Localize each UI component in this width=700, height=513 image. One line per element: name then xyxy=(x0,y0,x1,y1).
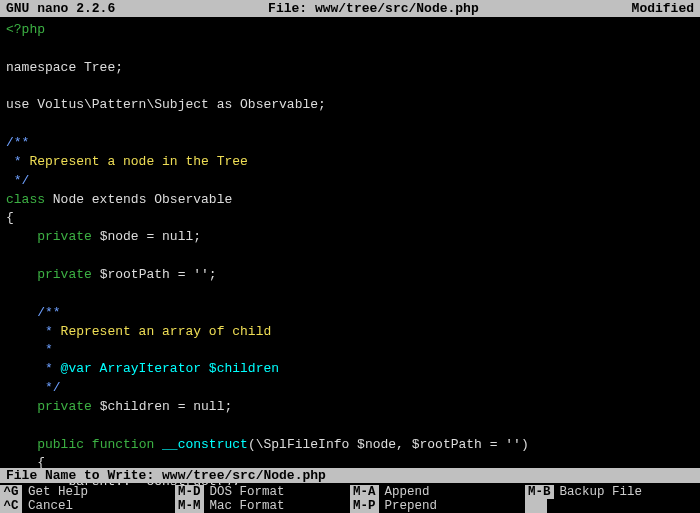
shortcut-bar: ^GGet HelpM-DDOS FormatM-AAppendM-BBacku… xyxy=(0,485,700,513)
code-token: namespace Tree; xyxy=(6,60,123,75)
code-token: Represent an array of child xyxy=(61,324,272,339)
shortcut-item[interactable]: M-DDOS Format xyxy=(175,485,350,499)
code-line: private $children = null; xyxy=(6,398,694,417)
shortcut-label: DOS Format xyxy=(204,485,350,499)
code-line xyxy=(6,247,694,266)
code-line: * @var ArrayIterator $children xyxy=(6,360,694,379)
shortcut-item[interactable] xyxy=(525,499,700,513)
shortcut-key xyxy=(525,499,547,513)
shortcut-key: ^C xyxy=(0,499,22,513)
code-token: (\SplFileInfo $node, $rootPath = '') xyxy=(248,437,529,452)
code-token: * xyxy=(6,361,61,376)
editor-area[interactable]: <?php namespace Tree; use Voltus\Pattern… xyxy=(0,17,700,513)
shortcut-item[interactable]: ^GGet Help xyxy=(0,485,175,499)
file-label: File: www/tree/src/Node.php xyxy=(268,1,479,16)
code-line: /** xyxy=(6,134,694,153)
code-line: */ xyxy=(6,172,694,191)
code-token xyxy=(6,267,37,282)
filename-input[interactable] xyxy=(162,468,644,483)
shortcut-key: ^G xyxy=(0,485,22,499)
shortcut-label: Prepend xyxy=(379,499,525,513)
code-token: */ xyxy=(6,173,29,188)
save-prompt: File Name to Write: xyxy=(0,468,700,483)
shortcut-item[interactable]: ^CCancel xyxy=(0,499,175,513)
title-bar: GNU nano 2.2.6 File: www/tree/src/Node.p… xyxy=(0,0,700,17)
code-line xyxy=(6,285,694,304)
code-token: $children = null; xyxy=(92,399,232,414)
code-token: <?php xyxy=(6,22,45,37)
shortcut-item[interactable]: M-BBackup File xyxy=(525,485,700,499)
code-token: * xyxy=(6,154,29,169)
code-token: public function xyxy=(37,437,154,452)
code-line: private $rootPath = ''; xyxy=(6,266,694,285)
code-line xyxy=(6,417,694,436)
code-line: * Represent an array of child xyxy=(6,323,694,342)
code-token: { xyxy=(6,210,14,225)
shortcut-key: M-D xyxy=(175,485,204,499)
app-name: GNU nano 2.2.6 xyxy=(6,1,115,16)
code-token: $node = null; xyxy=(92,229,201,244)
shortcut-item[interactable]: M-MMac Format xyxy=(175,499,350,513)
code-line: namespace Tree; xyxy=(6,59,694,78)
shortcut-key: M-A xyxy=(350,485,379,499)
code-token: private xyxy=(37,229,92,244)
shortcut-item[interactable]: M-PPrepend xyxy=(350,499,525,513)
code-token: class xyxy=(6,192,45,207)
code-token: /** xyxy=(6,305,61,320)
code-token: Represent a node in the Tree xyxy=(29,154,247,169)
shortcut-label: Mac Format xyxy=(204,499,350,513)
shortcut-item[interactable]: M-AAppend xyxy=(350,485,525,499)
code-line: /** xyxy=(6,304,694,323)
code-line: * xyxy=(6,341,694,360)
code-line: * Represent a node in the Tree xyxy=(6,153,694,172)
code-line: */ xyxy=(6,379,694,398)
code-line xyxy=(6,115,694,134)
code-token: use Voltus\Pattern\Subject as Observable… xyxy=(6,97,326,112)
code-line: public function __construct(\SplFileInfo… xyxy=(6,436,694,455)
shortcut-key: M-M xyxy=(175,499,204,513)
code-token: $rootPath = ''; xyxy=(92,267,217,282)
code-line: <?php xyxy=(6,21,694,40)
shortcut-label: Get Help xyxy=(22,485,175,499)
code-line: use Voltus\Pattern\Subject as Observable… xyxy=(6,96,694,115)
shortcut-label: Append xyxy=(379,485,525,499)
code-token: private xyxy=(37,399,92,414)
code-line xyxy=(6,78,694,97)
shortcut-key: M-B xyxy=(525,485,554,499)
modified-status: Modified xyxy=(632,1,694,16)
code-line: private $node = null; xyxy=(6,228,694,247)
code-token: * xyxy=(6,342,53,357)
code-line: { xyxy=(6,209,694,228)
code-token: __construct xyxy=(154,437,248,452)
code-token: @var ArrayIterator $children xyxy=(61,361,279,376)
code-line xyxy=(6,40,694,59)
shortcut-label xyxy=(547,499,700,513)
code-token: Node extends Observable xyxy=(45,192,232,207)
code-token xyxy=(6,437,37,452)
code-token: private xyxy=(37,267,92,282)
code-token xyxy=(6,229,37,244)
code-token: /** xyxy=(6,135,29,150)
code-token: */ xyxy=(6,380,61,395)
code-token: * xyxy=(6,324,61,339)
shortcut-key: M-P xyxy=(350,499,379,513)
shortcut-label: Backup File xyxy=(554,485,700,499)
code-token xyxy=(6,399,37,414)
code-line: class Node extends Observable xyxy=(6,191,694,210)
prompt-label: File Name to Write: xyxy=(6,468,162,483)
shortcut-label: Cancel xyxy=(22,499,175,513)
